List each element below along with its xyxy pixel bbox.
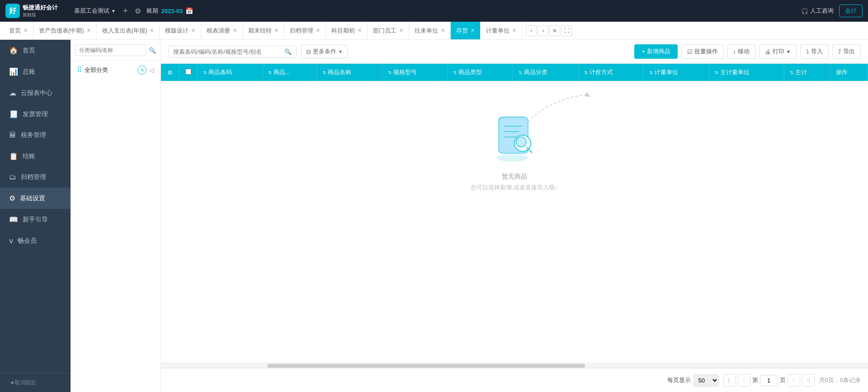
scrollbar-thumb[interactable] — [267, 364, 585, 368]
sort-icon-main-unit[interactable]: ⇅ — [715, 70, 718, 75]
per-page-select: 每页显示 50 20 100 — [667, 374, 719, 387]
calendar-icon[interactable]: 📅 — [185, 7, 193, 14]
tab-tax[interactable]: 税表清册 ✕ — [201, 22, 243, 40]
th-name[interactable]: ⇅ 商品名称 — [317, 64, 382, 81]
tab-home[interactable]: 首页 ✕ — [4, 22, 33, 40]
th-settings[interactable]: ⚙ — [161, 64, 179, 81]
edit-category-icon[interactable]: ✎ — [137, 66, 146, 75]
next-page-btn[interactable]: › — [788, 374, 800, 387]
th-category[interactable]: ⇅ 商品分类 — [513, 64, 579, 81]
sort-icon-category[interactable]: ⇅ — [519, 70, 522, 75]
sidebar-item-settings[interactable]: ⚙ 基础设置 — [0, 188, 71, 209]
tab-period[interactable]: 期末结转 ✕ — [243, 22, 284, 40]
tab-close-income[interactable]: ✕ — [150, 28, 154, 33]
sidebar-item-member[interactable]: ⅴ 畅会员 — [0, 230, 71, 251]
th-code[interactable]: ⇅ 商品... — [263, 64, 317, 81]
consult-btn[interactable]: 🎧 人工咨询 — [801, 7, 834, 15]
tab-balance[interactable]: 资产负债表(中期) ✕ — [33, 22, 97, 40]
chevron-down-icon: ▼ — [338, 49, 343, 54]
sort-icon-type[interactable]: ⇅ — [453, 70, 457, 75]
per-page-dropdown[interactable]: 50 20 100 — [693, 374, 719, 387]
th-spec[interactable]: ⇅ 规格型号 — [382, 64, 448, 81]
settings-icon[interactable]: ⚙ — [135, 7, 141, 15]
tab-expand-btn[interactable]: ⛶ — [561, 25, 572, 36]
th-main-unit[interactable]: ⇅ 主计量单位 — [709, 64, 784, 81]
sidebar-collapse-btn[interactable]: ◄取消固定 — [0, 373, 71, 392]
sidebar: 🏠 首页 📊 总账 ☁ 云报表中心 🧾 发票管理 🏛 税务管理 📋 结账 🗂 归… — [0, 40, 71, 392]
tab-close-balance[interactable]: ✕ — [87, 28, 91, 33]
sidebar-item-tax[interactable]: 🏛 税务管理 — [0, 125, 71, 146]
search-input[interactable] — [173, 48, 282, 55]
sidebar-item-archive[interactable]: 🗂 归档管理 — [0, 167, 71, 188]
sort-icon-code[interactable]: ⇅ — [268, 70, 272, 75]
left-panel: 🔍 ⠿ 全部分类 ✎ ◁ — [71, 40, 161, 392]
sidebar-item-ledger[interactable]: 📊 总账 — [0, 61, 71, 82]
sidebar-item-invoice[interactable]: 🧾 发票管理 — [0, 104, 71, 125]
sidebar-item-home[interactable]: 🏠 首页 — [0, 40, 71, 61]
guide-icon: 📖 — [9, 215, 18, 224]
add-product-btn[interactable]: + 新增商品 — [634, 44, 677, 59]
tab-close-tax[interactable]: ✕ — [233, 28, 237, 33]
tab-subject[interactable]: 科目期初 ✕ — [326, 22, 368, 40]
sort-icon-barcode[interactable]: ⇅ — [203, 70, 207, 75]
scrollbar-area[interactable] — [161, 363, 868, 368]
company-selector[interactable]: 基层工会测试 ▼ — [74, 7, 116, 15]
page-input[interactable] — [760, 375, 778, 386]
tab-close-archive[interactable]: ✕ — [316, 28, 320, 33]
tab-close-subject[interactable]: ✕ — [358, 28, 362, 33]
category-all[interactable]: ⠿ 全部分类 ✎ ◁ — [71, 61, 160, 79]
sort-icon-unit[interactable]: ⇅ — [649, 70, 653, 75]
sort-icon-name[interactable]: ⇅ — [322, 70, 326, 75]
sidebar-item-guide[interactable]: 📖 新手引导 — [0, 209, 71, 230]
prev-page-btn[interactable]: ‹ — [738, 374, 750, 387]
tab-close-inventory[interactable]: ✕ — [471, 28, 475, 33]
last-page-btn[interactable]: ›| — [802, 374, 815, 387]
add-tab-btn[interactable]: + — [121, 6, 130, 16]
first-page-btn[interactable]: |‹ — [723, 374, 736, 387]
collapse-panel-icon[interactable]: ◁ — [149, 66, 154, 74]
account-period: 账期 2023-03 📅 — [146, 7, 193, 15]
move-btn[interactable]: ↕ 移动 — [727, 44, 756, 59]
tab-close-unit[interactable]: ✕ — [512, 28, 516, 33]
th-checkbox[interactable] — [179, 64, 197, 81]
sort-icon-main-count[interactable]: ⇅ — [790, 70, 793, 75]
tab-close-period[interactable]: ✕ — [274, 28, 278, 33]
import-btn[interactable]: ⤵ 导入 — [800, 44, 829, 59]
select-all-checkbox[interactable] — [185, 69, 191, 75]
tab-inventory[interactable]: 存货 ✕ — [451, 22, 481, 40]
tab-close-home[interactable]: ✕ — [24, 28, 28, 33]
th-pricing[interactable]: ⇅ 计价方式 — [578, 64, 644, 81]
category-search-input[interactable] — [75, 44, 146, 56]
print-btn[interactable]: 🖨 打印 ▼ — [759, 44, 797, 59]
th-barcode[interactable]: ⇅ 商品条码 — [197, 64, 263, 81]
sort-icon-spec[interactable]: ⇅ — [388, 70, 392, 75]
tab-prev-btn[interactable]: ‹ — [526, 25, 537, 36]
tab-next-btn[interactable]: › — [538, 25, 548, 36]
dashed-arrow — [524, 90, 596, 126]
tab-close-btn[interactable]: ✕ — [549, 25, 560, 36]
category-search-icon[interactable]: 🔍 — [149, 47, 156, 54]
column-settings-icon[interactable]: ⚙ — [167, 69, 173, 76]
search-icon[interactable]: 🔍 — [284, 48, 292, 55]
tab-dept[interactable]: 部门员工 ✕ — [368, 22, 409, 40]
sort-icon-pricing[interactable]: ⇅ — [584, 70, 588, 75]
th-type[interactable]: ⇅ 商品类型 — [448, 64, 513, 81]
export-btn[interactable]: ⤴ 导出 — [832, 44, 861, 59]
tab-template[interactable]: 模版设计 ✕ — [160, 22, 201, 40]
tab-unit[interactable]: 计量单位 ✕ — [481, 22, 522, 40]
tab-close-template[interactable]: ✕ — [191, 28, 195, 33]
tab-income[interactable]: 收入支出表(年报) ✕ — [97, 22, 160, 40]
th-unit[interactable]: ⇅ 计量单位 — [644, 64, 709, 81]
th-main-count[interactable]: ⇅ 主计 — [784, 64, 830, 81]
more-filter-btn[interactable]: ⊟ 更多条件 ▼ — [301, 45, 348, 58]
tab-partner[interactable]: 往来单位 ✕ — [409, 22, 451, 40]
sidebar-item-cloud[interactable]: ☁ 云报表中心 — [0, 82, 71, 104]
account-button[interactable]: 会计 — [839, 5, 863, 17]
sidebar-item-close[interactable]: 📋 结账 — [0, 146, 71, 167]
batch-btn[interactable]: ☑ 批量操作 — [681, 44, 724, 59]
tab-close-partner[interactable]: ✕ — [441, 28, 445, 33]
tab-close-dept[interactable]: ✕ — [399, 28, 403, 33]
tab-archive[interactable]: 归档管理 ✕ — [284, 22, 326, 40]
logo-icon: 好 — [5, 4, 20, 18]
grid-icon: ⠿ — [77, 66, 82, 74]
